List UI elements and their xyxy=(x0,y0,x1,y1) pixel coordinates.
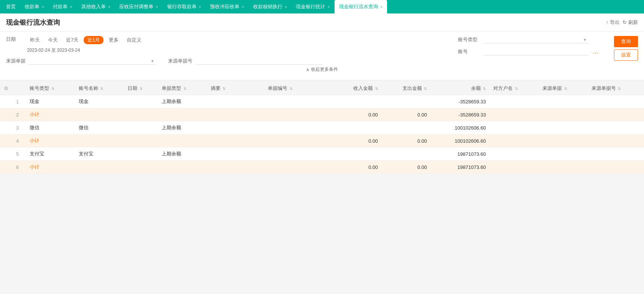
table-row[interactable]: 1 现金 现金 上期余额 -3528659.33 xyxy=(0,95,644,108)
nav-verify[interactable]: 收款核销执行 × xyxy=(249,0,291,13)
cell-source-doc xyxy=(539,108,588,121)
date-1month[interactable]: 近1月 xyxy=(84,36,104,44)
nav-flow-query-close[interactable]: × xyxy=(380,0,383,13)
cell-doc-type xyxy=(158,108,207,121)
date-today[interactable]: 今天 xyxy=(45,36,61,44)
nav-stats[interactable]: 现金银行统计 × xyxy=(291,0,334,13)
nav-prepay[interactable]: 预收冲应收单 × xyxy=(206,0,248,13)
cell-source-doc-no xyxy=(588,148,644,161)
nav-verify-close[interactable]: × xyxy=(285,0,287,13)
table-row[interactable]: 2 小计 0.00 0.00 -3528659.33 xyxy=(0,108,644,121)
date-options: 昨天 今天 近7天 近1月 更多 自定义 xyxy=(27,36,144,44)
nav-stats-label: 现金银行统计 xyxy=(296,0,325,13)
col-doc-type[interactable]: 单据类型 ⇅ xyxy=(158,82,207,95)
refresh-label: 刷新 xyxy=(628,19,638,26)
source-doc-no-input[interactable] xyxy=(195,57,323,65)
account-type-group: 账号类型 ▼ xyxy=(458,36,608,43)
cell-expense: 0.00 xyxy=(382,108,431,121)
cell-income xyxy=(333,148,382,161)
source-doc-no-label: 来源单据号 xyxy=(168,58,192,64)
cell-source-doc-no xyxy=(588,95,644,108)
filter-area: 日期 昨天 今天 近7天 近1月 更多 自定义 2023-02-24 至 202… xyxy=(0,31,644,81)
source-doc-select[interactable] xyxy=(29,57,156,64)
cell-gear xyxy=(0,95,12,108)
cell-source-doc xyxy=(539,161,588,174)
nav-home[interactable]: 首页 xyxy=(2,0,20,13)
cell-doc-type: 上期余额 xyxy=(158,95,207,108)
nav-bank-deposit[interactable]: 银行存取款单 × xyxy=(163,0,206,13)
account-more-icon[interactable]: ... xyxy=(591,48,599,55)
cell-doc-no xyxy=(264,161,333,174)
col-balance[interactable]: 余额 ⇅ xyxy=(431,82,489,95)
cell-income xyxy=(333,95,382,108)
gear-icon[interactable]: ⚙ xyxy=(4,85,9,91)
refresh-button[interactable]: ↻ 刷新 xyxy=(623,19,638,26)
cell-source-doc xyxy=(539,134,588,148)
nav-bank-deposit-close[interactable]: × xyxy=(199,0,201,13)
col-source-doc[interactable]: 来源单据 ⇅ xyxy=(539,82,588,95)
date-more[interactable]: 更多 xyxy=(106,36,122,44)
col-source-doc-no[interactable]: 来源单据号 ⇅ xyxy=(588,82,644,95)
nav-adjustment-close[interactable]: × xyxy=(156,0,158,13)
col-doc-no-label: 单据编号 xyxy=(268,85,287,91)
cell-balance: 19871073.60 xyxy=(431,148,489,161)
nav-prepay-close[interactable]: × xyxy=(242,0,244,13)
cell-expense xyxy=(382,121,431,134)
nav-payment[interactable]: 付款单 × xyxy=(48,0,77,13)
col-expense[interactable]: 支出金额 ⇅ xyxy=(382,82,431,95)
settings-button[interactable]: 设置 xyxy=(614,49,638,61)
table-row[interactable]: 3 微信 微信 上期余额 100102606.60 xyxy=(0,121,644,134)
col-expense-label: 支出金额 xyxy=(402,85,422,91)
cell-doc-type: 上期余额 xyxy=(158,121,207,134)
cell-source-doc-no xyxy=(588,134,644,148)
table-row[interactable]: 6 小计 0.00 0.00 19871073.60 xyxy=(0,161,644,174)
cell-account-type: 微信 xyxy=(26,121,75,134)
cell-source-doc xyxy=(539,95,588,108)
sort-source-doc-no-icon: ⇅ xyxy=(618,87,621,91)
table-row[interactable]: 5 支付宝 支付宝 上期余额 19871073.60 xyxy=(0,148,644,161)
date-yesterday[interactable]: 昨天 xyxy=(27,36,43,44)
col-account-name[interactable]: 账号名称 ⇅ xyxy=(75,82,124,95)
nav-receipt-close[interactable]: × xyxy=(42,0,44,13)
cell-balance: -3528659.33 xyxy=(431,108,489,121)
cell-counter-party xyxy=(489,161,539,174)
source-doc-no-group: 来源单据号 xyxy=(168,57,323,65)
col-account-type-label: 账号类型 xyxy=(30,85,49,91)
cell-summary xyxy=(207,108,264,121)
query-button[interactable]: 查询 xyxy=(614,36,638,47)
cell-balance: 19871073.60 xyxy=(431,161,489,174)
cell-gear xyxy=(0,108,12,121)
cell-source-doc-no xyxy=(588,108,644,121)
date-custom[interactable]: 自定义 xyxy=(124,36,144,44)
cell-source-doc xyxy=(539,121,588,134)
collapse-bar[interactable]: ∧ 收起更多条件 xyxy=(6,65,638,76)
date-7days[interactable]: 近7天 xyxy=(63,36,81,44)
account-input[interactable] xyxy=(483,48,588,55)
nav-receipt[interactable]: 收款单 × xyxy=(20,0,48,13)
nav-other-income-close[interactable]: × xyxy=(108,0,110,13)
col-doc-no[interactable]: 单据编号 ⇅ xyxy=(264,82,333,95)
cell-doc-no xyxy=(264,134,333,148)
nav-adjustment[interactable]: 应收应付调整单 × xyxy=(115,0,162,13)
col-summary[interactable]: 摘要 ⇅ xyxy=(207,82,264,95)
cell-date xyxy=(124,161,158,174)
col-account-type[interactable]: 账号类型 ⇅ xyxy=(26,82,75,95)
col-source-doc-no-label: 来源单据号 xyxy=(591,85,616,91)
col-date-label: 日期 xyxy=(128,85,137,91)
col-date[interactable]: 日期 ⇅ xyxy=(124,82,158,95)
nav-other-income[interactable]: 其他收入单 × xyxy=(77,0,115,13)
cell-income: 0.00 xyxy=(333,161,382,174)
nav-flow-query[interactable]: 现金银行流水查询 × xyxy=(335,0,387,13)
col-income[interactable]: 收入金额 ⇅ xyxy=(333,82,382,95)
nav-other-income-label: 其他收入单 xyxy=(81,0,106,13)
col-counter-party[interactable]: 对方户名 ⇅ xyxy=(489,82,539,95)
table-row[interactable]: 4 小计 0.00 0.00 100102606.60 xyxy=(0,134,644,148)
export-button[interactable]: ↑ 导出 xyxy=(606,19,620,26)
cell-account-name: 支付宝 xyxy=(75,148,124,161)
cell-expense: 0.00 xyxy=(382,134,431,148)
account-type-select[interactable] xyxy=(483,36,588,43)
nav-verify-label: 收款核销执行 xyxy=(253,0,282,13)
nav-payment-close[interactable]: × xyxy=(70,0,72,13)
cell-account-type: 小计 xyxy=(26,134,75,148)
nav-stats-close[interactable]: × xyxy=(327,0,330,13)
